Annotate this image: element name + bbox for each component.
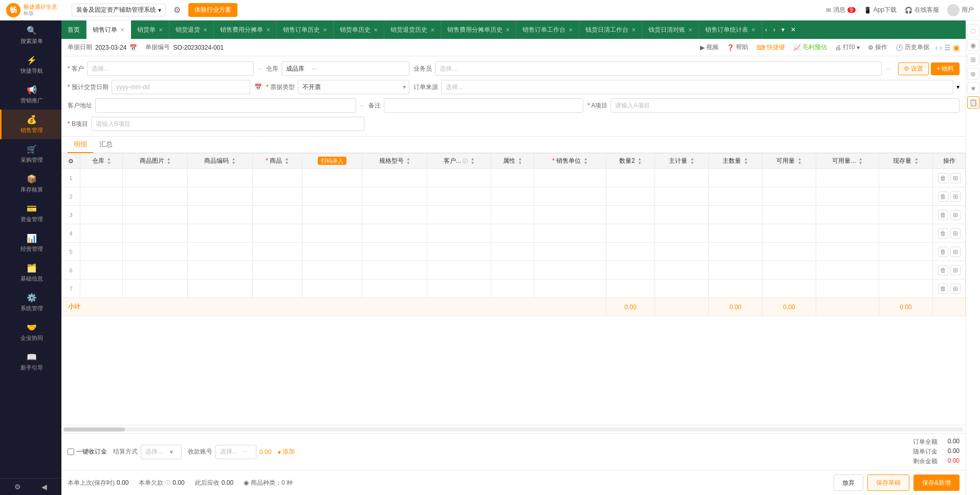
sidebar-item-marketing[interactable]: 📢 营销推广 (0, 80, 61, 110)
sort-customer-code-icon[interactable]: ▲▼ (471, 157, 475, 165)
th-scan[interactable]: 扫码录入 (302, 154, 362, 169)
tab-detail[interactable]: 明细 (68, 137, 93, 153)
row-6-copy-btn[interactable]: ⊞ (950, 265, 961, 275)
sidebar-item-quick[interactable]: ⚡ 快捷导航 (0, 50, 61, 80)
row-6-delete-btn[interactable]: 🗑 (938, 265, 948, 275)
sort-stock-icon[interactable]: ▲▼ (914, 157, 919, 165)
address-more-icon[interactable]: ··· (360, 103, 364, 109)
add-material-btn[interactable]: + 物料 (931, 62, 960, 75)
tab-next-btn[interactable]: › (770, 26, 778, 33)
discard-btn[interactable]: 放弃 (834, 475, 863, 491)
right-icon-3[interactable]: ⊞ (967, 53, 979, 66)
address-input[interactable] (95, 98, 356, 113)
settings-form-btn[interactable]: ⚙ 设置 (898, 62, 929, 75)
sidebar-item-inventory[interactable]: 📦 库存核算 (0, 169, 61, 199)
print-btn[interactable]: 🖨 打印 ▾ (833, 42, 862, 53)
view-prev-btn[interactable]: ‹ (935, 44, 938, 52)
staff-input[interactable] (435, 61, 882, 76)
tab-daily-reconcile[interactable]: 钱货日清对账 ✕ (642, 20, 699, 39)
order-source-input[interactable] (441, 80, 953, 94)
online-service-btn[interactable]: 🎧 在线客服 (905, 6, 939, 14)
history-btn[interactable]: 🕐 历史单据 (894, 42, 931, 53)
sort-main-unit-icon[interactable]: ▲▼ (690, 157, 694, 165)
tab-close-daily-workbench[interactable]: ✕ (631, 27, 636, 33)
tab-close-expense[interactable]: ✕ (266, 27, 270, 33)
tab-close-order-stats[interactable]: ✕ (751, 27, 755, 33)
row-3-delete-btn[interactable]: 🗑 (938, 210, 948, 220)
tab-order-history[interactable]: 销售订单历史 ✕ (277, 20, 334, 39)
tab-close-sales-order[interactable]: ✕ (120, 27, 124, 33)
row-2-delete-btn[interactable]: 🗑 (938, 191, 948, 202)
right-icon-6[interactable]: 📋 (967, 96, 979, 109)
shortcut-btn[interactable]: ⌨ 快捷键 (754, 42, 787, 53)
scroll-thumb[interactable] (63, 427, 125, 432)
tab-close-return[interactable]: ✕ (203, 27, 207, 33)
row-7-delete-btn[interactable]: 🗑 (938, 284, 948, 294)
row-1-delete-btn[interactable]: 🗑 (938, 173, 948, 183)
b-project-input[interactable] (91, 117, 364, 131)
operations-btn[interactable]: ⚙ 操作 (866, 42, 889, 53)
tab-close-order-history[interactable]: ✕ (323, 27, 327, 33)
delivery-input[interactable] (112, 80, 250, 94)
tab-home[interactable]: 首页 (61, 20, 86, 39)
profit-btn[interactable]: 📈 毛利预估 (791, 42, 829, 53)
industry-btn[interactable]: 体验行业方案 (188, 3, 237, 17)
sort-main-qty-icon[interactable]: ▲▼ (744, 157, 748, 165)
tab-close-invoice-history[interactable]: ✕ (374, 27, 378, 33)
sidebar-item-finance[interactable]: 💳 资金管理 (0, 199, 61, 228)
sort-spec-icon[interactable]: ▲▼ (406, 157, 410, 165)
tab-order-stats[interactable]: 销售订单统计表 ✕ (699, 20, 762, 39)
sidebar-item-guide[interactable]: 📖 新手引导 (0, 347, 61, 377)
message-btn[interactable]: ✉ 消息 9 (826, 6, 856, 14)
save-new-btn[interactable]: 保存&新增 (913, 475, 960, 491)
app-download-btn[interactable]: 📱 App下载 (864, 6, 897, 14)
tab-close-return-history[interactable]: ✕ (430, 27, 434, 33)
customer-more-icon[interactable]: ··· (258, 66, 262, 72)
row-3-copy-btn[interactable]: ⊞ (950, 210, 961, 220)
auto-collect-checkbox[interactable]: 一键收订金 (68, 447, 107, 456)
tab-order-workbench[interactable]: 销售订单工作台 ✕ (516, 20, 579, 39)
add-btn[interactable]: ● 添加 (277, 447, 294, 456)
row-5-delete-btn[interactable]: 🗑 (938, 247, 948, 257)
tab-expense-history[interactable]: 销售费用分摊单历史 ✕ (441, 20, 516, 39)
sidebar-item-coop[interactable]: 🤝 企业协同 (0, 317, 61, 347)
sidebar-item-purchase[interactable]: 🛒 采购管理 (0, 139, 61, 169)
help-btn[interactable]: ❓ 帮助 (725, 42, 750, 53)
sidebar-item-sales[interactable]: 💰 销售管理 (0, 110, 61, 139)
customer-input[interactable] (87, 61, 254, 76)
user-menu[interactable]: 用户 (947, 4, 974, 16)
tab-close-order-workbench[interactable]: ✕ (569, 27, 573, 33)
sort-available-icon[interactable]: ▲▼ (798, 157, 802, 165)
remark-input[interactable] (384, 98, 583, 113)
grid-view-btn[interactable]: ☰ (944, 44, 951, 52)
sort-qty2-icon[interactable]: ▲▼ (638, 157, 642, 165)
sort-available2-icon[interactable]: ▲▼ (859, 157, 863, 165)
row-1-copy-btn[interactable]: ⊞ (950, 173, 961, 183)
save-draft-btn[interactable]: 保存草稿 (867, 475, 909, 491)
tab-return[interactable]: 销货退货 ✕ (169, 20, 214, 39)
row-4-copy-btn[interactable]: ⊞ (950, 228, 961, 239)
staff-more-icon[interactable]: ··· (886, 66, 890, 72)
right-icon-1[interactable]: □ (967, 25, 979, 37)
sort-warehouse-icon[interactable]: ▲▼ (107, 157, 111, 165)
sidebar-item-base[interactable]: 🗂️ 基础信息 (0, 258, 61, 288)
view-next-btn[interactable]: › (940, 44, 942, 52)
row-4-delete-btn[interactable]: 🗑 (938, 228, 948, 239)
calendar-icon[interactable]: 📅 (129, 44, 137, 51)
tab-return-history[interactable]: 销货退货历史 ✕ (384, 20, 441, 39)
settlement-select[interactable]: 选择... ▾ (141, 445, 182, 459)
row-2-copy-btn[interactable]: ⊞ (950, 191, 961, 202)
invoice-select[interactable]: 不开票 ▾ (298, 80, 409, 94)
right-icon-2[interactable]: ◉ (967, 39, 979, 51)
right-icon-4[interactable]: ⊕ (967, 68, 979, 80)
collapse-icon[interactable]: ◀ (41, 483, 47, 491)
tab-close-expense-history[interactable]: ✕ (506, 27, 510, 33)
account-select[interactable]: 选择... ··· (215, 445, 256, 459)
sort-code-icon[interactable]: ▲▼ (231, 157, 235, 165)
sort-product-icon[interactable]: ▲▼ (285, 157, 289, 165)
warehouse-select[interactable]: 成品库 ··· (281, 61, 409, 76)
row-5-copy-btn[interactable]: ⊞ (950, 247, 961, 257)
account-more-icon[interactable]: ··· (243, 449, 247, 455)
tab-daily-workbench[interactable]: 钱货日清工作台 ✕ (579, 20, 642, 39)
sidebar-item-system[interactable]: ⚙️ 系统管理 (0, 288, 61, 317)
